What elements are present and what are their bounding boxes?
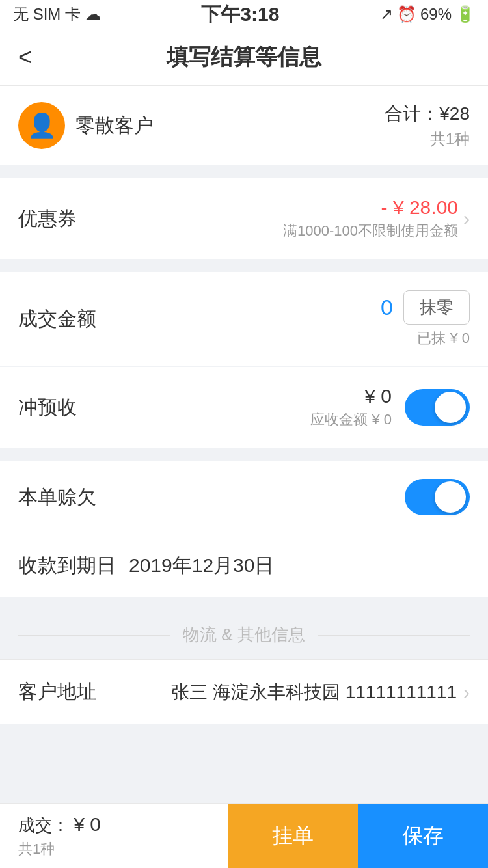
avatar-icon: 👤: [27, 112, 57, 139]
amount-row-top: 抹零: [328, 290, 470, 325]
content-area: 👤 零散客户 合计：¥28 共1种 优惠券 - ¥ 28.00 满1000-10…: [0, 86, 488, 868]
bottom-count: 共1种: [18, 839, 210, 859]
transaction-right: 抹零 已抹 ¥ 0: [328, 290, 470, 348]
customer-name: 零散客户: [75, 113, 154, 139]
battery-icon: 🔋: [455, 5, 475, 23]
coupon-label: 优惠券: [18, 206, 77, 232]
due-date-row[interactable]: 收款到期日 2019年12月30日: [0, 534, 488, 597]
section-divider-6: [0, 724, 488, 737]
due-date-value: 2019年12月30日: [129, 552, 274, 579]
signal-text: 无 SIM 卡 ☁: [13, 4, 101, 25]
coupon-right: - ¥ 28.00 满1000-100不限制使用金额 ›: [283, 197, 470, 241]
logistics-header: 物流 & 其他信息: [0, 610, 488, 659]
prepay-right: ¥ 0 应收金额 ¥ 0: [310, 385, 470, 429]
section-divider-3: [0, 448, 488, 461]
battery-text: 69%: [420, 5, 452, 23]
section-divider-2: [0, 259, 488, 272]
save-button[interactable]: 保存: [358, 804, 488, 869]
page-title: 填写结算等信息: [167, 42, 321, 72]
transaction-sub: 已抹 ¥ 0: [417, 329, 470, 348]
prepay-amount: ¥ 0: [310, 385, 392, 407]
debit-label: 本单赊欠: [18, 484, 96, 511]
address-row[interactable]: 客户地址 张三 海淀永丰科技园 11111111111 ›: [0, 660, 488, 724]
customer-count: 共1种: [385, 129, 470, 150]
prepay-label: 冲预收: [18, 394, 77, 421]
avatar: 👤: [18, 102, 65, 149]
alarm-icon: ⏰: [397, 5, 416, 23]
coupon-section: 优惠券 - ¥ 28.00 满1000-100不限制使用金额 ›: [0, 178, 488, 259]
status-time: 下午3:18: [201, 1, 279, 28]
back-button[interactable]: <: [18, 44, 32, 71]
customer-right: 合计：¥28 共1种: [385, 102, 470, 150]
prepay-toggle[interactable]: [405, 389, 470, 426]
address-label: 客户地址: [18, 679, 96, 705]
coupon-value-block: - ¥ 28.00 满1000-100不限制使用金额: [283, 197, 458, 241]
debit-toggle-knob: [435, 481, 466, 513]
coupon-row[interactable]: 优惠券 - ¥ 28.00 满1000-100不限制使用金额 ›: [0, 178, 488, 259]
status-bar: 无 SIM 卡 ☁ 下午3:18 ↗ ⏰ 69% 🔋: [0, 0, 488, 29]
status-right: ↗ ⏰ 69% 🔋: [380, 5, 475, 23]
deal-amount: ¥ 0: [74, 813, 101, 835]
transaction-label: 成交金额: [18, 306, 96, 332]
due-date-label: 收款到期日: [18, 552, 116, 579]
section-divider-4: [0, 597, 488, 610]
customer-total: 合计：¥28: [385, 102, 470, 126]
bottom-bar: 成交： ¥ 0 共1种 挂单 保存: [0, 803, 488, 868]
customer-section: 👤 零散客户 合计：¥28 共1种: [0, 86, 488, 165]
nav-bar: < 填写结算等信息: [0, 29, 488, 86]
prepay-sub: 应收金额 ¥ 0: [310, 410, 392, 429]
status-left: 无 SIM 卡 ☁: [13, 4, 101, 25]
bottom-deal-label: 成交： ¥ 0: [18, 813, 210, 837]
coupon-amount: - ¥ 28.00: [283, 197, 458, 219]
section-divider-1: [0, 165, 488, 178]
round-button[interactable]: 抹零: [403, 290, 470, 325]
chevron-right-icon: ›: [463, 208, 470, 230]
customer-left: 👤 零散客户: [18, 102, 154, 149]
transaction-input[interactable]: [328, 295, 393, 320]
logistics-label: 物流 & 其他信息: [170, 623, 318, 646]
transaction-section: 成交金额 抹零 已抹 ¥ 0 冲预收 ¥ 0 应收金额 ¥ 0: [0, 272, 488, 448]
address-chevron-icon: ›: [463, 681, 470, 703]
coupon-desc: 满1000-100不限制使用金额: [283, 221, 458, 241]
transaction-row: 成交金额 抹零 已抹 ¥ 0: [0, 272, 488, 367]
prepay-value-block: ¥ 0 应收金额 ¥ 0: [310, 385, 392, 429]
location-icon: ↗: [380, 5, 393, 23]
prepay-row: 冲预收 ¥ 0 应收金额 ¥ 0: [0, 367, 488, 448]
address-right: 张三 海淀永丰科技园 11111111111 ›: [96, 680, 470, 705]
hold-button[interactable]: 挂单: [228, 804, 358, 869]
address-value: 张三 海淀永丰科技园 11111111111: [171, 680, 457, 705]
debit-toggle[interactable]: [405, 479, 470, 515]
debit-section: 本单赊欠 收款到期日 2019年12月30日: [0, 461, 488, 597]
debit-row: 本单赊欠: [0, 461, 488, 534]
bottom-info: 成交： ¥ 0 共1种: [0, 813, 228, 859]
toggle-knob: [435, 392, 466, 423]
deal-text: 成交：: [18, 815, 69, 835]
